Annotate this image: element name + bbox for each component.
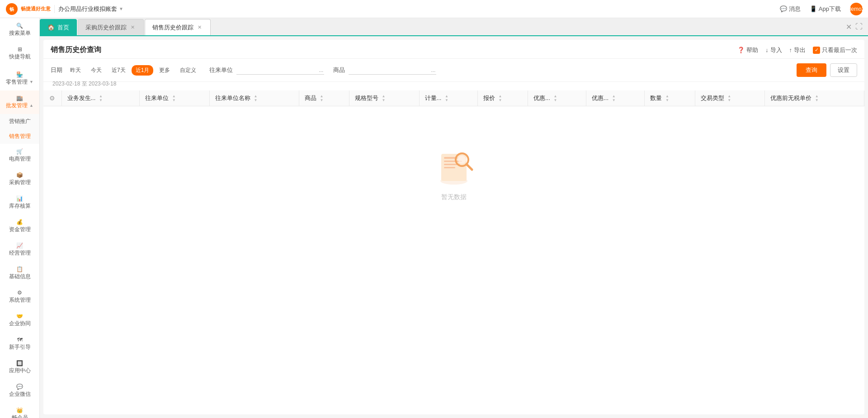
user-avatar-btn[interactable]: demo2: [850, 3, 863, 15]
product-input-wrap: ...: [349, 66, 436, 75]
page-header-actions: ❓ 帮助 ↓ 导入 ↑ 导出 ✓ 只看最后一次: [737, 46, 857, 54]
purchase-icon: 📦: [16, 172, 23, 178]
sidebar-item-label: 应用中心: [9, 367, 31, 375]
sidebar-item-label: 企业协同: [9, 320, 31, 328]
tab-home[interactable]: 🏠 首页: [40, 19, 77, 35]
table-header-row: ⚙ 业务发生... ▲▼ 往来单位 ▲▼ 往来单位名称: [43, 90, 864, 106]
sort-icon: ▲▼: [320, 95, 323, 102]
sidebar-item-label: 快捷导航: [9, 53, 31, 61]
partner-filter-group: 往来单位 ...: [209, 66, 324, 75]
sidebar-item-label: 库存核算: [9, 203, 31, 210]
svg-line-9: [467, 164, 472, 170]
sidebar-item-guide[interactable]: 🗺 新手引导: [0, 332, 39, 356]
sidebar-item-label: 搜索菜单: [9, 30, 31, 37]
date-btn-more[interactable]: 更多: [155, 65, 174, 76]
table-col-biz-date[interactable]: 业务发生... ▲▼: [61, 90, 140, 106]
sidebar-sub-menu: 营销推广 销售管理: [0, 114, 39, 144]
sidebar-item-inventory[interactable]: 📊 库存核算: [0, 191, 39, 214]
sidebar: 🔍 搜索菜单 ⊞ 快捷导航 🏪 零售管理 ▼ 🏬 批发管理 ▲ 营销推广: [0, 18, 40, 418]
maximize-icon[interactable]: ⛶: [855, 23, 863, 31]
member-icon: 👑: [16, 407, 23, 413]
tab-sales-close[interactable]: ✕: [196, 24, 203, 31]
date-btn-last7[interactable]: 近7天: [108, 65, 130, 76]
avatar: demo2: [850, 3, 863, 15]
date-btn-custom[interactable]: 自定义: [176, 65, 200, 76]
table-col-product[interactable]: 商品 ▲▼: [299, 90, 349, 106]
sidebar-item-marketing[interactable]: 营销推广: [0, 114, 39, 129]
table-col-unit[interactable]: 计量... ▲▼: [419, 90, 477, 106]
export-btn[interactable]: ↑ 导出: [789, 46, 806, 54]
ecommerce-icon: 🛒: [16, 148, 23, 155]
sidebar-item-operations[interactable]: 📈 经营管理: [0, 238, 39, 261]
table-col-settings[interactable]: ⚙: [43, 90, 61, 106]
top-bar-right: 💬 消息 📱 App下载 demo2: [780, 3, 863, 15]
date-btn-last1m[interactable]: 近1月: [132, 65, 154, 76]
partner-ellipsis-btn[interactable]: ...: [318, 67, 324, 73]
checkbox-icon: ✓: [813, 47, 820, 54]
sidebar-item-wholesale[interactable]: 🏬 批发管理 ▲: [0, 90, 39, 114]
tab-purchase-label: 采购历史价跟踪: [85, 24, 127, 32]
partner-input[interactable]: [236, 66, 318, 74]
table-col-spec[interactable]: 规格型号 ▲▼: [349, 90, 419, 106]
table-col-discount2[interactable]: 优惠... ▲▼: [586, 90, 645, 106]
sidebar-item-label: 资金管理: [9, 226, 31, 233]
sort-icon: ▲▼: [612, 95, 616, 102]
sidebar-item-quick-nav[interactable]: ⊞ 快捷导航: [0, 42, 39, 65]
tab-purchase-close[interactable]: ✕: [129, 24, 136, 31]
settings-button[interactable]: 设置: [830, 63, 857, 77]
table-col-partner-name[interactable]: 往来单位名称 ▲▼: [209, 90, 299, 106]
sidebar-item-purchase[interactable]: 📦 采购管理: [0, 167, 39, 191]
wholesale-icon: 🏬: [16, 95, 23, 101]
sidebar-item-retail[interactable]: 🏪 零售管理 ▼: [0, 67, 39, 90]
sidebar-item-finance[interactable]: 💰 资金管理: [0, 214, 39, 238]
table-col-qty[interactable]: 数量 ▲▼: [645, 90, 695, 106]
main-layout: 🔍 搜索菜单 ⊞ 快捷导航 🏪 零售管理 ▼ 🏬 批发管理 ▲ 营销推广: [0, 18, 868, 418]
grid-icon: ⊞: [18, 46, 22, 52]
import-btn[interactable]: ↓ 导入: [765, 46, 782, 54]
table-col-price[interactable]: 报价 ▲▼: [477, 90, 528, 106]
sort-icon: ▲▼: [553, 95, 557, 102]
message-btn[interactable]: 💬 消息: [780, 5, 801, 13]
chevron-down-icon: ▼: [29, 80, 33, 84]
sidebar-item-app-center[interactable]: 🔲 应用中心: [0, 356, 39, 379]
app-download-btn[interactable]: 📱 App下载: [810, 5, 841, 13]
product-filter-group: 商品 ...: [333, 66, 436, 75]
company-selector[interactable]: 办公用品行业模拟账套 ▼: [54, 5, 127, 13]
operations-icon: 📈: [16, 242, 23, 249]
message-icon: 💬: [780, 5, 787, 12]
import-icon: ↓: [765, 47, 769, 53]
app-center-icon: 🔲: [16, 360, 23, 366]
sidebar-item-system[interactable]: ⚙ 系统管理: [0, 285, 39, 309]
close-all-icon[interactable]: ✕: [846, 23, 852, 31]
product-ellipsis-btn[interactable]: ...: [430, 67, 436, 73]
gear-icon: ⚙: [49, 95, 55, 102]
sidebar-item-enterprise[interactable]: 🤝 企业协同: [0, 309, 39, 332]
sidebar-item-sales-mgmt[interactable]: 销售管理: [0, 129, 39, 144]
only-last-checkbox[interactable]: ✓ 只看最后一次: [813, 46, 857, 54]
download-icon: 📱: [810, 5, 817, 12]
table-col-pretax-price[interactable]: 优惠前无税单价 ▲▼: [765, 90, 864, 106]
table-col-partner-code[interactable]: 往来单位 ▲▼: [140, 90, 210, 106]
tab-purchase-history[interactable]: 采购历史价跟踪 ✕: [78, 19, 144, 35]
table-col-trade-type[interactable]: 交易类型 ▲▼: [695, 90, 765, 106]
tab-sales-history[interactable]: 销售历史价跟踪 ✕: [145, 19, 211, 35]
sidebar-item-ecommerce[interactable]: 🛒 电商管理: [0, 144, 39, 167]
empty-text: 暂无数据: [441, 193, 467, 201]
basic-info-icon: 📋: [16, 266, 23, 272]
sidebar-sub-item-label: 营销推广: [9, 118, 31, 125]
date-btn-today[interactable]: 今天: [87, 65, 106, 76]
sidebar-item-search[interactable]: 🔍 搜索菜单: [0, 18, 39, 42]
sidebar-item-label: 基础信息: [9, 273, 31, 280]
sidebar-item-basic-info[interactable]: 📋 基础信息: [0, 261, 39, 285]
product-input[interactable]: [349, 66, 430, 74]
partner-label: 往来单位: [209, 66, 233, 74]
data-table: ⚙ 业务发生... ▲▼ 往来单位 ▲▼ 往来单位名称: [43, 90, 864, 106]
sidebar-item-corp-wechat[interactable]: 💬 企业微信: [0, 379, 39, 403]
sort-icon: ▲▼: [498, 95, 502, 102]
sidebar-item-label: 畅会员: [12, 414, 28, 418]
date-btn-yesterday[interactable]: 昨天: [66, 65, 85, 76]
sidebar-item-member[interactable]: 👑 畅会员: [0, 403, 39, 418]
help-btn[interactable]: ❓ 帮助: [737, 46, 758, 54]
table-col-discount1[interactable]: 优惠... ▲▼: [528, 90, 586, 106]
query-button[interactable]: 查询: [797, 63, 826, 77]
